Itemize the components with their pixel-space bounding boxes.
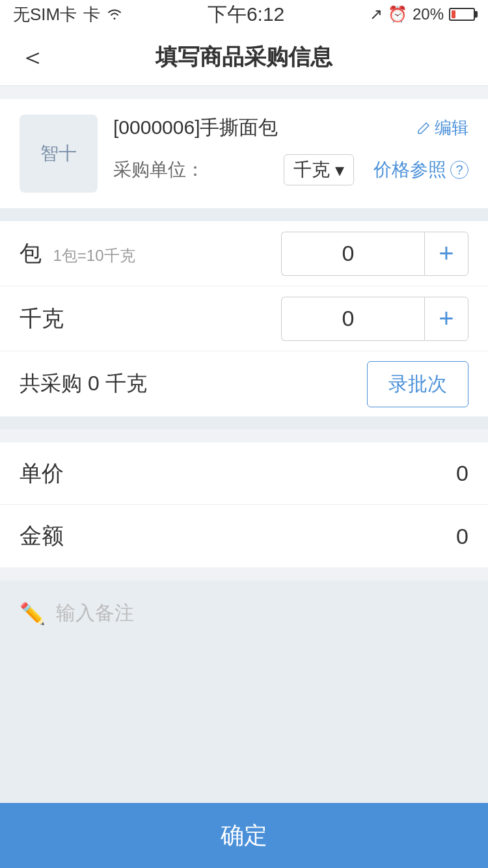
record-batch-button[interactable]: 录批次 — [367, 361, 468, 407]
total-label: 共采购 0 千克 — [20, 370, 367, 398]
page-title: 填写商品采购信息 — [156, 42, 332, 72]
product-logo: 智十 — [40, 142, 77, 165]
note-section[interactable]: ✏️ 输入备注 — [0, 580, 488, 646]
bag-label: 包 1包=10千克 — [20, 239, 281, 269]
unit-row: 采购单位： 千克 ▾ 价格参照 ? — [113, 154, 468, 185]
price-section: 单价 0 金额 0 — [0, 442, 488, 567]
chevron-down-icon: ▾ — [335, 159, 344, 181]
wifi-icon — [107, 8, 122, 20]
unit-price-label: 单价 — [20, 459, 456, 489]
confirm-button[interactable]: 确定 — [0, 803, 488, 868]
confirm-label: 确定 — [221, 820, 267, 852]
amount-label: 金额 — [20, 521, 456, 551]
status-time: 下午6:12 — [208, 1, 284, 28]
section-divider-1 — [0, 208, 488, 221]
kg-input-group: + — [281, 297, 468, 341]
alarm-icon: ⏰ — [388, 5, 407, 23]
carrier-label: 无SIM卡 — [13, 3, 77, 26]
back-button[interactable]: ＜ — [20, 39, 59, 75]
product-card: 智十 [0000006]手撕面包 编辑 采购单位： 千克 ▾ 价格参照 — [0, 99, 488, 208]
battery-percent: 20% — [413, 5, 444, 23]
unit-select[interactable]: 千克 ▾ — [284, 154, 354, 185]
kg-quantity-input[interactable] — [281, 297, 424, 341]
unit-price-row: 单价 0 — [0, 442, 488, 505]
product-name-row: [0000006]手撕面包 编辑 — [113, 115, 468, 141]
sim-label: 卡 — [83, 3, 100, 26]
form-section: 包 1包=10千克 + 千克 + 共采购 0 千克 录批次 — [0, 221, 488, 416]
location-icon: ↗ — [370, 5, 383, 23]
product-name: [0000006]手撕面包 — [113, 115, 278, 141]
bag-input-group: + — [281, 232, 468, 276]
info-icon: ? — [450, 161, 468, 179]
bag-plus-button[interactable]: + — [424, 232, 468, 276]
kg-plus-button[interactable]: + — [424, 297, 468, 341]
unit-price-value: 0 — [456, 461, 468, 486]
pencil-icon: ✏️ — [20, 601, 46, 626]
kg-row: 千克 + — [0, 286, 488, 351]
bag-row: 包 1包=10千克 + — [0, 221, 488, 286]
status-bar: 无SIM卡 卡 下午6:12 ↗ ⏰ 20% — [0, 0, 488, 29]
bag-sublabel: 1包=10千克 — [53, 247, 135, 264]
amount-value: 0 — [456, 524, 468, 549]
nav-bar: ＜ 填写商品采购信息 — [0, 29, 488, 86]
status-right: ↗ ⏰ 20% — [370, 5, 475, 23]
amount-row: 金额 0 — [0, 505, 488, 567]
edit-icon — [416, 121, 431, 135]
note-input[interactable]: 输入备注 — [56, 600, 134, 627]
price-ref-button[interactable]: 价格参照 ? — [373, 157, 468, 182]
unit-label: 采购单位： — [113, 157, 204, 182]
total-row: 共采购 0 千克 录批次 — [0, 351, 488, 416]
kg-label: 千克 — [20, 304, 281, 334]
section-divider-2 — [0, 416, 488, 429]
edit-button[interactable]: 编辑 — [416, 116, 468, 139]
status-left: 无SIM卡 卡 — [13, 3, 122, 26]
product-thumbnail: 智十 — [20, 115, 98, 193]
bag-quantity-input[interactable] — [281, 232, 424, 276]
product-info: [0000006]手撕面包 编辑 采购单位： 千克 ▾ 价格参照 ? — [113, 115, 468, 185]
battery-icon — [449, 8, 475, 21]
